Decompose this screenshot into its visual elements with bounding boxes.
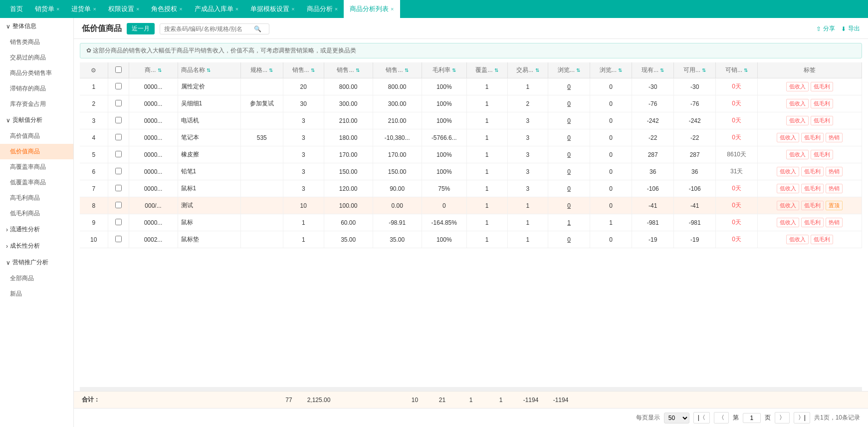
cell-browse1[interactable]: 0	[548, 78, 590, 95]
nav-sales[interactable]: 销货单 ×	[29, 0, 65, 18]
prev-page-button[interactable]: 〈	[714, 412, 729, 424]
cell-browse1[interactable]: 1	[548, 214, 590, 231]
export-button[interactable]: ⬇ 导出	[841, 24, 860, 33]
col-header-salesqty[interactable]: 销售... ⇅	[283, 62, 324, 78]
nav-close-role[interactable]: ×	[179, 6, 182, 12]
sidebar-item-sales-products[interactable]: 销售类商品	[0, 34, 73, 50]
browse1-link[interactable]: 0	[567, 185, 571, 192]
col-header-salesprice[interactable]: 销售... ⇅	[324, 62, 373, 78]
col-header-browse2[interactable]: 浏览... ⇅	[590, 62, 632, 78]
cell-check[interactable]	[108, 197, 129, 214]
cell-check[interactable]	[108, 231, 129, 248]
browse1-link[interactable]: 0	[567, 100, 571, 107]
nav-role[interactable]: 角色授权 ×	[145, 0, 188, 18]
row-checkbox[interactable]	[115, 100, 122, 106]
col-header-salesamt[interactable]: 销售... ⇅	[373, 62, 422, 78]
sidebar-item-all-products[interactable]: 全部商品	[0, 271, 73, 286]
sidebar-section-contribution[interactable]: ∨ 贡献值分析	[0, 112, 73, 128]
browse1-link[interactable]: 0	[567, 134, 571, 141]
nav-template[interactable]: 单据模板设置 ×	[244, 0, 300, 18]
sidebar-item-low-value[interactable]: 低价值商品	[0, 144, 73, 159]
nav-close-pl[interactable]: ×	[391, 6, 394, 12]
cell-browse1[interactable]: 0	[548, 95, 590, 112]
next-page-button[interactable]: 〉	[775, 412, 790, 424]
col-header-trade[interactable]: 交易... ⇅	[507, 62, 548, 78]
nav-close-pa[interactable]: ×	[335, 6, 338, 12]
page-size-select[interactable]: 50 100 200	[664, 413, 689, 424]
cell-check[interactable]	[108, 78, 129, 95]
nav-permission[interactable]: 权限设置 ×	[102, 0, 145, 18]
nav-product-analysis[interactable]: 商品分析 ×	[301, 0, 344, 18]
col-header-name[interactable]: 商品名称 ⇅	[178, 62, 240, 78]
cell-browse1[interactable]: 0	[548, 112, 590, 129]
sidebar-item-high-coverage[interactable]: 高覆盖率商品	[0, 159, 73, 175]
sidebar-section-circulation[interactable]: › 流通性分析	[0, 221, 73, 238]
settings-icon[interactable]: ⚙	[91, 67, 96, 74]
nav-close-product[interactable]: ×	[235, 6, 238, 12]
cell-check[interactable]	[108, 129, 129, 146]
share-button[interactable]: ⇧ 分享	[816, 24, 835, 33]
row-checkbox[interactable]	[115, 117, 122, 123]
nav-close-purchase[interactable]: ×	[93, 6, 96, 12]
sidebar-item-low-margin[interactable]: 低毛利商品	[0, 206, 73, 221]
cell-browse1[interactable]: 0	[548, 231, 590, 248]
nav-product-instock[interactable]: 产成品入库单 ×	[189, 0, 244, 18]
col-header-coverage[interactable]: 覆盖... ⇅	[466, 62, 507, 78]
cell-check[interactable]	[108, 214, 129, 231]
time-filter-button[interactable]: 近一月	[127, 23, 155, 34]
horizontal-scrollbar[interactable]	[80, 387, 862, 391]
row-checkbox[interactable]	[115, 83, 122, 89]
row-checkbox[interactable]	[115, 236, 122, 242]
cell-browse1[interactable]: 0	[548, 180, 590, 197]
cell-check[interactable]	[108, 146, 129, 163]
browse1-link[interactable]: 0	[567, 202, 571, 209]
col-header-current[interactable]: 现有... ⇅	[632, 62, 674, 78]
first-page-button[interactable]: |〈	[693, 412, 710, 424]
col-header-sellable[interactable]: 可销... ⇅	[716, 62, 758, 78]
browse1-link[interactable]: 0	[567, 236, 571, 243]
row-checkbox[interactable]	[115, 202, 122, 208]
sidebar-item-slow-moving[interactable]: 滞销存的商品	[0, 81, 73, 96]
sidebar-section-growth[interactable]: › 成长性分析	[0, 238, 73, 254]
browse1-link[interactable]: 1	[567, 219, 571, 226]
sidebar-item-high-margin[interactable]: 高毛利商品	[0, 190, 73, 206]
col-header-code[interactable]: 商... ⇅	[129, 62, 178, 78]
sidebar-item-new-products[interactable]: 新品	[0, 286, 73, 302]
page-input[interactable]	[743, 413, 761, 423]
table-container[interactable]: ⚙ 商... ⇅ 商品名称 ⇅	[74, 62, 868, 387]
browse1-link[interactable]: 0	[567, 151, 571, 158]
cell-check[interactable]	[108, 95, 129, 112]
row-checkbox[interactable]	[115, 168, 122, 174]
col-header-margin[interactable]: 毛利率 ⇅	[422, 62, 466, 78]
browse1-link[interactable]: 0	[567, 83, 571, 90]
cell-check[interactable]	[108, 180, 129, 197]
nav-home[interactable]: 首页	[4, 0, 29, 18]
sidebar-item-inventory-funds[interactable]: 库存资金占用	[0, 96, 73, 112]
col-header-available[interactable]: 可用... ⇅	[674, 62, 716, 78]
col-header-spec[interactable]: 规格... ⇅	[240, 62, 283, 78]
row-checkbox[interactable]	[115, 151, 122, 157]
last-page-button[interactable]: 〉|	[794, 412, 810, 424]
browse1-link[interactable]: 0	[567, 117, 571, 124]
cell-check[interactable]	[108, 112, 129, 129]
sidebar-item-low-coverage[interactable]: 低覆盖率商品	[0, 175, 73, 190]
row-checkbox[interactable]	[115, 134, 122, 140]
sidebar-section-overview[interactable]: ∨ 整体信息	[0, 18, 73, 34]
select-all-checkbox[interactable]	[115, 66, 122, 73]
cell-browse1[interactable]: 0	[548, 129, 590, 146]
col-header-browse1[interactable]: 浏览... ⇅	[548, 62, 590, 78]
browse1-link[interactable]: 0	[567, 168, 571, 175]
sidebar-item-traded[interactable]: 交易过的商品	[0, 50, 73, 65]
cell-browse1[interactable]: 0	[548, 163, 590, 180]
sidebar-item-high-value[interactable]: 高价值商品	[0, 128, 73, 144]
cell-check[interactable]	[108, 163, 129, 180]
cell-browse1[interactable]: 0	[548, 146, 590, 163]
nav-close-template[interactable]: ×	[291, 6, 294, 12]
sidebar-item-category-sales[interactable]: 商品分类销售率	[0, 65, 73, 81]
row-checkbox[interactable]	[115, 219, 122, 225]
nav-purchase[interactable]: 进货单 ×	[65, 0, 102, 18]
nav-close-sales[interactable]: ×	[56, 6, 59, 12]
search-input[interactable]	[164, 25, 254, 32]
sidebar-section-marketing[interactable]: ∨ 营销推广分析	[0, 254, 73, 271]
nav-product-list[interactable]: 商品分析列表 ×	[344, 0, 400, 18]
